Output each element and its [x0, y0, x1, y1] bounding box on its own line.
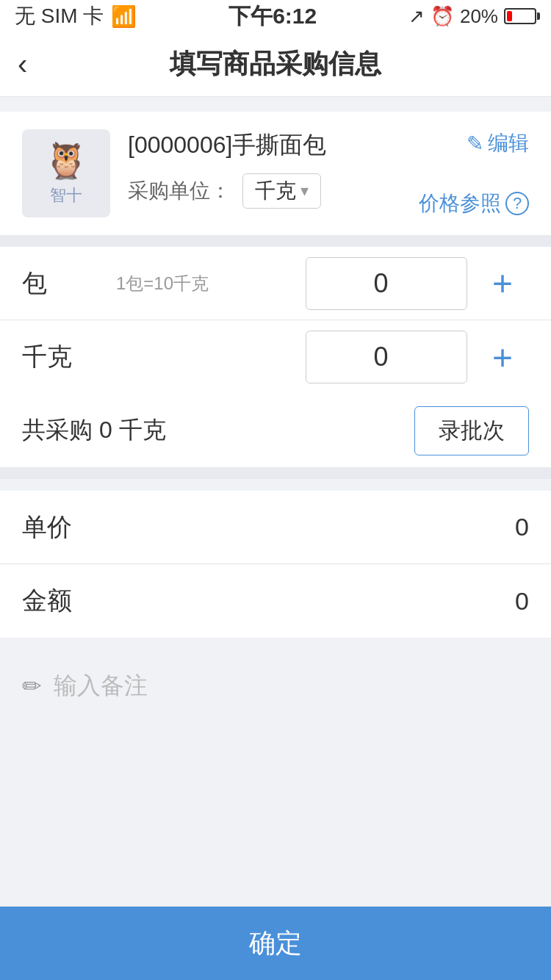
unit-value: 千克	[255, 177, 296, 205]
battery-indicator	[504, 8, 536, 24]
chevron-down-icon: ▾	[300, 181, 309, 201]
price-section: 单价 0 金额 0	[0, 491, 551, 638]
summary-amount: 0	[99, 417, 112, 443]
carrier-text: 无 SIM 卡	[15, 2, 104, 30]
kg-label: 千克	[22, 340, 110, 374]
edit-button[interactable]: ✎ 编辑	[467, 129, 529, 157]
confirm-button[interactable]: 确定	[0, 907, 551, 980]
unit-price-row: 单价 0	[0, 491, 551, 564]
kg-plus-button[interactable]: +	[476, 331, 529, 383]
status-right: ↗ ⏰ 20%	[408, 5, 536, 28]
battery-fill	[507, 11, 512, 21]
help-icon[interactable]: ?	[505, 192, 529, 215]
product-logo-icon: 🦉	[44, 140, 88, 181]
kg-input-wrap: +	[306, 331, 529, 383]
pencil-icon: ✏	[22, 672, 42, 700]
status-time: 下午6:12	[228, 1, 317, 32]
kg-quantity-input[interactable]	[306, 331, 467, 383]
summary-prefix: 共采购	[22, 417, 93, 443]
bag-quantity-input[interactable]	[306, 257, 467, 310]
amount-label: 金额	[22, 584, 72, 618]
battery-percentage: 20%	[460, 5, 498, 28]
unit-label: 采购单位：	[128, 177, 231, 205]
price-reference-button[interactable]: 价格参照 ?	[419, 190, 529, 217]
status-left: 无 SIM 卡 📶	[15, 2, 137, 30]
product-card: 🦉 智十 [0000006]手撕面包 采购单位： 千克 ▾ ✎ 编辑 价格参照 …	[0, 112, 551, 235]
wifi-icon: 📶	[111, 4, 137, 29]
bag-sublabel: 1包=10千克	[116, 272, 209, 295]
back-button[interactable]: ‹	[18, 48, 27, 81]
section-divider-middle	[0, 467, 551, 479]
location-icon: ↗	[408, 5, 425, 28]
bag-label: 包	[22, 267, 110, 300]
unit-select[interactable]: 千克 ▾	[242, 173, 321, 209]
nav-bar: ‹ 填写商品采购信息	[0, 32, 551, 97]
summary-row: 共采购 0 千克 录批次	[0, 394, 551, 467]
batch-button[interactable]: 录批次	[414, 406, 529, 455]
section-divider-top	[0, 235, 551, 247]
alarm-icon: ⏰	[431, 5, 454, 28]
amount-row: 金额 0	[0, 564, 551, 638]
unit-price-value: 0	[515, 513, 529, 541]
amount-value: 0	[515, 587, 529, 616]
edit-icon: ✎	[467, 131, 483, 156]
bag-input-row: 包 1包=10千克 +	[0, 247, 551, 320]
confirm-button-label: 确定	[249, 926, 302, 962]
kg-input-row: 千克 +	[0, 320, 551, 394]
product-thumbnail: 🦉 智十	[22, 129, 110, 217]
summary-text: 共采购 0 千克	[22, 414, 166, 447]
page-title: 填写商品采购信息	[170, 46, 381, 82]
remark-section[interactable]: ✏ 输入备注	[0, 649, 551, 723]
bag-input-wrap: +	[306, 257, 529, 310]
remark-placeholder: 输入备注	[54, 670, 148, 702]
bag-input-section: 包 1包=10千克 + 千克 +	[0, 247, 551, 394]
bag-plus-button[interactable]: +	[476, 257, 529, 310]
unit-price-label: 单价	[22, 511, 72, 544]
price-ref-label: 价格参照	[419, 190, 501, 217]
summary-unit: 千克	[119, 417, 166, 443]
status-bar: 无 SIM 卡 📶 下午6:12 ↗ ⏰ 20%	[0, 0, 551, 32]
product-logo-label: 智十	[50, 184, 82, 206]
